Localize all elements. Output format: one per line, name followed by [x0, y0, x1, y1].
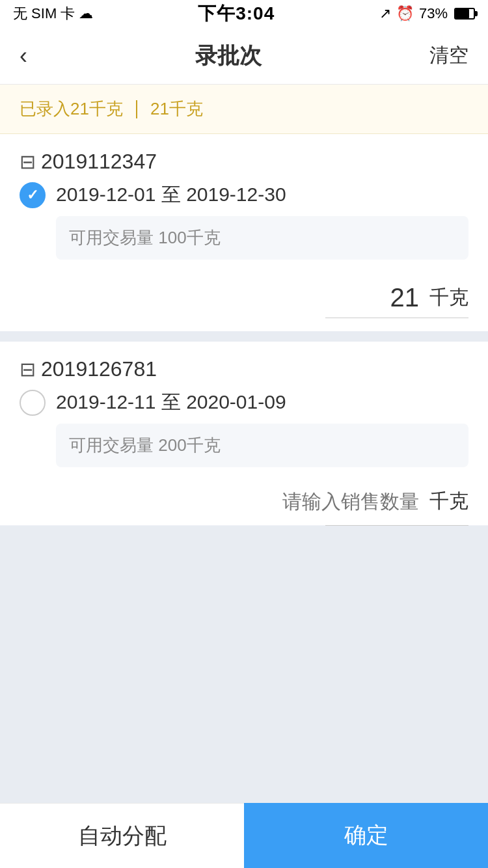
battery-icon [454, 8, 475, 20]
section-divider-1 [0, 331, 488, 342]
background-area [0, 526, 488, 838]
sim-status: 无 SIM 卡 ☁ [13, 4, 93, 23]
battery-text: 73% [419, 5, 448, 22]
status-right: ↗ ⏰ 73% [379, 5, 475, 22]
batch-1-icon: ⊟ [20, 150, 36, 173]
batch-1-underline [325, 318, 468, 318]
auto-distribute-button[interactable]: 自动分配 [0, 803, 244, 868]
alarm-icon: ⏰ [396, 5, 414, 22]
batch-2-date: 2019-12-11 至 2020-01-09 [56, 389, 286, 416]
batch-1-radio[interactable] [20, 182, 46, 208]
batch-1-header: ⊟ 2019112347 [20, 150, 468, 174]
info-banner: 已录入21千克 21千克 [0, 85, 488, 134]
location-icon: ↗ [379, 5, 391, 22]
batch-2-icon: ⊟ [20, 358, 36, 381]
bottom-bar: 自动分配 确定 [0, 803, 488, 868]
nav-bar: ‹ 录批次 清空 [0, 27, 488, 85]
batch-2-input-row: 千克 [0, 478, 488, 525]
page-title: 录批次 [195, 41, 262, 71]
batch-1-amount-unit: 千克 [429, 284, 468, 311]
batch-2-date-row: 2019-12-11 至 2020-01-09 [20, 389, 468, 416]
confirm-button[interactable]: 确定 [244, 803, 488, 868]
batch-2-input-unit: 千克 [429, 488, 468, 515]
status-left: 无 SIM 卡 ☁ [13, 4, 93, 23]
status-bar: 无 SIM 卡 ☁ 下午3:04 ↗ ⏰ 73% [0, 0, 488, 27]
batch-1-date: 2019-12-01 至 2019-12-30 [56, 182, 286, 208]
recorded-label: 已录入21千克 [20, 98, 123, 120]
batch-2-id: 2019126781 [41, 357, 157, 381]
batch-1-id: 2019112347 [41, 150, 157, 174]
batch-card-2: ⊟ 2019126781 2019-12-11 至 2020-01-09 可用交… [0, 342, 488, 478]
batch-2-radio[interactable] [20, 390, 46, 416]
clear-button[interactable]: 清空 [429, 42, 468, 69]
batch-2-qty: 可用交易量 200千克 [56, 424, 468, 467]
status-time: 下午3:04 [198, 1, 275, 26]
recorded-value: 21千克 [150, 98, 203, 120]
banner-divider [136, 100, 137, 118]
batch-2-header: ⊟ 2019126781 [20, 357, 468, 381]
batch-1-amount-row: 21 千克 [0, 270, 488, 331]
batch-2-quantity-input[interactable] [20, 491, 419, 513]
batch-1-qty: 可用交易量 100千克 [56, 216, 468, 260]
back-button[interactable]: ‹ [20, 42, 27, 70]
batch-1-date-row: 2019-12-01 至 2019-12-30 [20, 182, 468, 208]
batch-card-1: ⊟ 2019112347 2019-12-01 至 2019-12-30 可用交… [0, 134, 488, 270]
batch-1-amount-value: 21 [390, 283, 420, 312]
